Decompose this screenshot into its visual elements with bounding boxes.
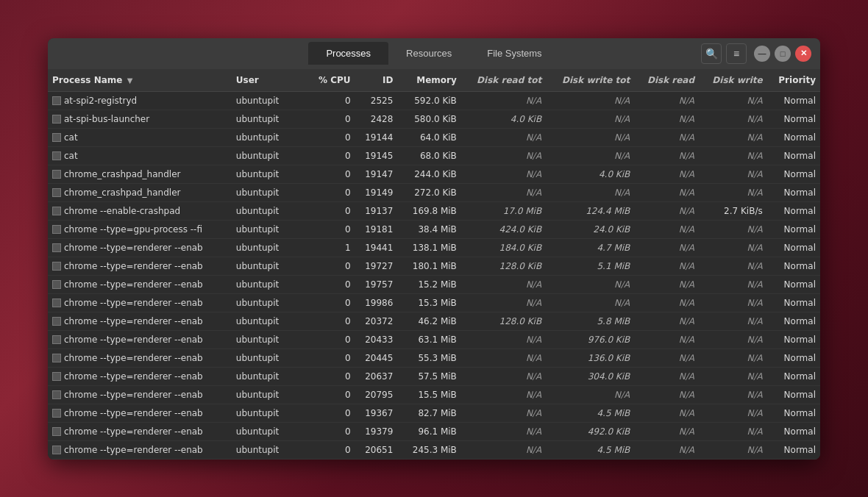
col-header-diskread[interactable]: Disk read	[634, 69, 699, 92]
cell-col-diskread-tot: 184.0 KiB	[461, 238, 546, 257]
table-row[interactable]: chrome --type=renderer --enabubuntupit01…	[48, 275, 820, 293]
process-table: Process Name ▼ User % CPU ID Memory Disk…	[48, 69, 820, 460]
col-header-memory[interactable]: Memory	[397, 69, 460, 92]
search-button[interactable]: 🔍	[701, 43, 722, 64]
menu-button[interactable]: ≡	[726, 43, 747, 64]
table-row[interactable]: chrome --type=renderer --enabubuntupit02…	[48, 312, 820, 330]
table-row[interactable]: at-spi-bus-launcherubuntupit02428580.0 K…	[48, 110, 820, 128]
tab-processes[interactable]: Processes	[308, 42, 388, 65]
col-header-cpu[interactable]: % CPU	[308, 69, 355, 92]
cell-col-diskwrite: N/A	[699, 257, 767, 275]
cell-col-diskwrite-tot: 492.0 KiB	[546, 422, 634, 440]
table-row[interactable]: chrome --enable-crashpadubuntupit0191371…	[48, 201, 820, 220]
cell-col-diskwrite: N/A	[699, 165, 767, 183]
cell-col-diskread: N/A	[634, 348, 699, 367]
table-row[interactable]: chrome --type=renderer --enabubuntupit02…	[48, 348, 820, 367]
cell-col-diskread-tot: N/A	[461, 183, 546, 201]
table-row[interactable]: chrome --type=renderer --enabubuntupit01…	[48, 404, 820, 422]
cell-priority: Normal	[767, 440, 820, 459]
cell-user: ubuntupit	[232, 367, 308, 385]
cell-memory: 580.0 KiB	[397, 110, 460, 128]
cell-cpu: 0	[308, 404, 355, 422]
cell-col-diskwrite-tot: N/A	[546, 91, 634, 110]
cell-col-diskread: N/A	[634, 275, 699, 293]
cell-priority: Normal	[767, 275, 820, 293]
toolbar-right: 🔍 ≡	[701, 43, 747, 64]
cell-id: 19367	[355, 404, 398, 422]
cell-cpu: 0	[308, 146, 355, 165]
col-header-diskwrite[interactable]: Disk write	[699, 69, 767, 92]
table-row[interactable]: catubuntupit01914568.0 KiBN/AN/AN/AN/ANo…	[48, 146, 820, 165]
cell-col-diskread: N/A	[634, 293, 699, 312]
process-icon	[52, 298, 61, 307]
cell-process-name: chrome --type=renderer --enab	[48, 348, 232, 367]
cell-priority: Normal	[767, 128, 820, 146]
cell-process-name: chrome --type=renderer --enab	[48, 293, 232, 312]
cell-col-diskread: N/A	[634, 183, 699, 201]
table-row[interactable]: at-spi2-registrydubuntupit02525592.0 KiB…	[48, 91, 820, 110]
cell-col-diskread: N/A	[634, 330, 699, 348]
table-row[interactable]: chrome --type=renderer --enabubuntupit02…	[48, 385, 820, 404]
table-row[interactable]: chrome --type=renderer --enabubuntupit02…	[48, 367, 820, 385]
cell-user: ubuntupit	[232, 440, 308, 459]
table-row[interactable]: chrome --type=renderer --enabubuntupit01…	[48, 293, 820, 312]
table-row[interactable]: chrome_crashpad_handlerubuntupit01914927…	[48, 183, 820, 201]
cell-process-name: at-spi-bus-launcher	[48, 110, 232, 128]
table-row[interactable]: chrome --type=renderer --enabubuntupit11…	[48, 238, 820, 257]
col-header-id[interactable]: ID	[355, 69, 398, 92]
cell-col-diskread: N/A	[634, 422, 699, 440]
process-table-container: Process Name ▼ User % CPU ID Memory Disk…	[48, 69, 820, 460]
cell-cpu: 0	[308, 220, 355, 238]
cell-col-diskwrite-tot: N/A	[546, 146, 634, 165]
maximize-button[interactable]: □	[775, 46, 791, 62]
cell-id: 19181	[355, 220, 398, 238]
cell-col-diskread-tot: N/A	[461, 91, 546, 110]
cell-col-diskread-tot: N/A	[461, 404, 546, 422]
cell-col-diskwrite-tot: 136.0 KiB	[546, 348, 634, 367]
tab-filesystems[interactable]: File Systems	[469, 42, 559, 65]
cell-col-diskwrite-tot: N/A	[546, 293, 634, 312]
cell-user: ubuntupit	[232, 330, 308, 348]
cell-priority: Normal	[767, 183, 820, 201]
table-row[interactable]: chrome --type=renderer --enabubuntupit01…	[48, 257, 820, 275]
cell-user: ubuntupit	[232, 201, 308, 220]
cell-memory: 38.4 MiB	[397, 220, 460, 238]
table-row[interactable]: chrome --type=gpu-process --fiubuntupit0…	[48, 220, 820, 238]
cell-memory: 96.1 MiB	[397, 422, 460, 440]
table-row[interactable]: catubuntupit01914464.0 KiBN/AN/AN/AN/ANo…	[48, 128, 820, 146]
col-header-priority[interactable]: Priority	[767, 69, 820, 92]
cell-col-diskread-tot: N/A	[461, 275, 546, 293]
tab-resources[interactable]: Resources	[388, 42, 469, 65]
cell-process-name: chrome_crashpad_handler	[48, 183, 232, 201]
cell-cpu: 0	[308, 293, 355, 312]
col-header-diskwritetot[interactable]: Disk write tot	[546, 69, 634, 92]
close-button[interactable]: ✕	[795, 46, 811, 62]
cell-col-diskread: N/A	[634, 367, 699, 385]
table-row[interactable]: chrome --type=renderer --enabubuntupit02…	[48, 440, 820, 459]
col-header-diskreadtot[interactable]: Disk read tot	[461, 69, 546, 92]
cell-col-diskread-tot: 17.0 MiB	[461, 201, 546, 220]
table-row[interactable]: chrome --type=renderer --enabubuntupit02…	[48, 330, 820, 348]
cell-priority: Normal	[767, 330, 820, 348]
process-icon	[52, 96, 61, 105]
cell-memory: 180.1 MiB	[397, 257, 460, 275]
cell-id: 20795	[355, 385, 398, 404]
cell-process-name: chrome --type=renderer --enab	[48, 257, 232, 275]
table-row[interactable]: chrome --type=renderer --enabubuntupit01…	[48, 422, 820, 440]
cell-col-diskwrite: N/A	[699, 275, 767, 293]
col-header-user[interactable]: User	[232, 69, 308, 92]
table-row[interactable]: chrome_crashpad_handlerubuntupit01914724…	[48, 165, 820, 183]
cell-priority: Normal	[767, 312, 820, 330]
cell-user: ubuntupit	[232, 220, 308, 238]
col-header-name[interactable]: Process Name ▼	[48, 69, 232, 92]
process-icon	[52, 409, 61, 418]
cell-memory: 63.1 MiB	[397, 330, 460, 348]
cell-user: ubuntupit	[232, 165, 308, 183]
cell-priority: Normal	[767, 165, 820, 183]
minimize-button[interactable]: —	[754, 46, 770, 62]
titlebar: Processes Resources File Systems 🔍 ≡ — □…	[48, 38, 820, 69]
cell-priority: Normal	[767, 146, 820, 165]
process-icon	[52, 354, 61, 362]
cell-memory: 169.8 MiB	[397, 201, 460, 220]
cell-col-diskread: N/A	[634, 128, 699, 146]
